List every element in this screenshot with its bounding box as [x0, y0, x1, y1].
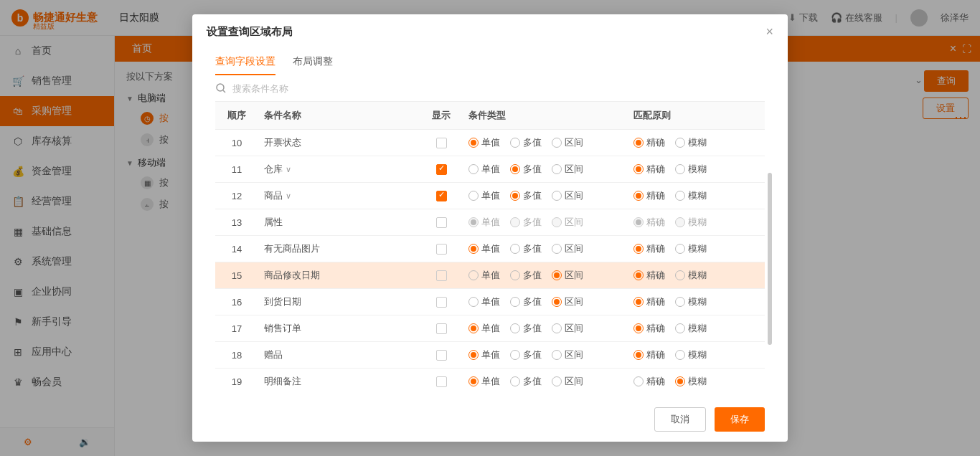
- show-checkbox[interactable]: [436, 323, 447, 334]
- row-match: 精确模糊: [628, 156, 765, 182]
- show-checkbox[interactable]: [436, 164, 447, 175]
- modal-tab-layout[interactable]: 布局调整: [293, 49, 333, 75]
- svg-line-1: [223, 90, 225, 92]
- row-name: 仓库∨: [258, 156, 420, 182]
- show-checkbox[interactable]: [436, 138, 447, 148]
- show-checkbox[interactable]: [436, 376, 447, 387]
- match-radio[interactable]: 模糊: [675, 163, 707, 176]
- table-row[interactable]: 19明细备注单值多值区间精确模糊: [215, 369, 765, 388]
- type-radio[interactable]: 多值: [510, 322, 542, 335]
- match-radio[interactable]: 精确: [633, 348, 665, 361]
- row-type: 单值多值区间: [463, 130, 628, 156]
- match-radio[interactable]: 精确: [633, 136, 665, 149]
- row-name: 到货日期: [258, 289, 420, 315]
- match-radio: 精确: [633, 216, 665, 229]
- type-radio[interactable]: 区间: [552, 322, 583, 335]
- type-radio[interactable]: 多值: [510, 242, 542, 255]
- search-input[interactable]: [232, 83, 765, 94]
- type-radio[interactable]: 区间: [552, 189, 583, 202]
- type-radio[interactable]: 多值: [510, 136, 542, 149]
- table-row[interactable]: 18赠品单值多值区间精确模糊: [215, 342, 765, 369]
- modal-search: [192, 75, 788, 101]
- save-button[interactable]: 保存: [715, 407, 765, 432]
- type-radio[interactable]: 多值: [510, 295, 542, 308]
- show-checkbox[interactable]: [436, 297, 447, 308]
- search-icon: [215, 82, 227, 94]
- table-row[interactable]: 16到货日期单值多值区间精确模糊: [215, 289, 765, 315]
- match-radio[interactable]: 精确: [633, 295, 665, 308]
- match-radio[interactable]: 精确: [633, 242, 665, 255]
- match-radio[interactable]: 模糊: [675, 348, 707, 361]
- type-radio[interactable]: 多值: [510, 163, 542, 176]
- match-radio[interactable]: 模糊: [675, 375, 707, 388]
- show-checkbox[interactable]: [436, 350, 447, 361]
- match-radio[interactable]: 精确: [633, 269, 665, 282]
- table-row[interactable]: 13属性单值多值区间精确模糊: [215, 209, 765, 236]
- match-radio[interactable]: 精确: [633, 375, 665, 388]
- type-radio[interactable]: 单值: [468, 269, 500, 282]
- row-show: [420, 157, 463, 181]
- type-radio[interactable]: 多值: [510, 189, 542, 202]
- type-radio[interactable]: 多值: [510, 375, 542, 388]
- table-row[interactable]: 10开票状态单值多值区间精确模糊: [215, 130, 765, 156]
- type-radio[interactable]: 区间: [552, 269, 583, 282]
- type-radio[interactable]: 多值: [510, 269, 542, 282]
- match-radio[interactable]: 精确: [633, 189, 665, 202]
- table-row[interactable]: 12商品∨单值多值区间精确模糊: [215, 183, 765, 209]
- row-name: 有无商品图片: [258, 236, 420, 262]
- type-radio[interactable]: 区间: [552, 348, 583, 361]
- row-order: 12: [215, 184, 258, 208]
- type-radio[interactable]: 区间: [552, 136, 583, 149]
- modal-tabs: 查询字段设置 布局调整: [192, 49, 788, 75]
- type-radio[interactable]: 区间: [552, 375, 583, 388]
- table-row[interactable]: 14有无商品图片单值多值区间精确模糊: [215, 236, 765, 262]
- close-icon[interactable]: ×: [765, 24, 773, 39]
- match-radio[interactable]: 模糊: [675, 242, 707, 255]
- match-radio[interactable]: 精确: [633, 163, 665, 176]
- type-radio[interactable]: 单值: [468, 163, 500, 176]
- table-row[interactable]: 17销售订单单值多值区间精确模糊: [215, 315, 765, 342]
- scrollbar[interactable]: [768, 130, 772, 397]
- match-radio[interactable]: 模糊: [675, 322, 707, 335]
- type-radio[interactable]: 单值: [468, 295, 500, 308]
- match-radio[interactable]: 模糊: [675, 269, 707, 282]
- show-checkbox[interactable]: [436, 217, 447, 228]
- row-match: 精确模糊: [628, 209, 765, 235]
- match-radio[interactable]: 模糊: [675, 295, 707, 308]
- type-radio[interactable]: 区间: [552, 295, 583, 308]
- row-type: 单值多值区间: [463, 289, 628, 315]
- row-show: [420, 290, 463, 314]
- row-show: [420, 369, 463, 388]
- row-name: 销售订单: [258, 315, 420, 341]
- table-row[interactable]: 11仓库∨单值多值区间精确模糊: [215, 156, 765, 183]
- cancel-button[interactable]: 取消: [654, 407, 706, 432]
- type-radio[interactable]: 区间: [552, 163, 583, 176]
- type-radio[interactable]: 单值: [468, 242, 500, 255]
- type-radio[interactable]: 单值: [468, 136, 500, 149]
- type-radio[interactable]: 区间: [552, 242, 583, 255]
- show-checkbox[interactable]: [436, 270, 447, 281]
- row-show: [420, 184, 463, 208]
- type-radio[interactable]: 单值: [468, 189, 500, 202]
- row-order: 10: [215, 131, 258, 155]
- modal-tab-fields[interactable]: 查询字段设置: [215, 49, 275, 75]
- type-radio[interactable]: 多值: [510, 348, 542, 361]
- row-match: 精确模糊: [628, 130, 765, 156]
- match-radio[interactable]: 精确: [633, 322, 665, 335]
- match-radio[interactable]: 模糊: [675, 189, 707, 202]
- show-checkbox[interactable]: [436, 191, 447, 201]
- row-order: 16: [215, 290, 258, 314]
- row-show: [420, 237, 463, 261]
- row-type: 单值多值区间: [463, 369, 628, 388]
- modal: 设置查询区域布局 × 查询字段设置 布局调整 顺序 条件名称 显示 条件类型: [192, 14, 788, 442]
- chevron-down-icon[interactable]: ∨: [286, 165, 291, 174]
- type-radio[interactable]: 单值: [468, 322, 500, 335]
- chevron-down-icon[interactable]: ∨: [286, 191, 291, 200]
- row-show: [420, 210, 463, 234]
- type-radio[interactable]: 单值: [468, 375, 500, 388]
- match-radio[interactable]: 模糊: [675, 136, 707, 149]
- row-show: [420, 316, 463, 341]
- show-checkbox[interactable]: [436, 244, 447, 255]
- table-row[interactable]: 15商品修改日期单值多值区间精确模糊: [215, 262, 765, 289]
- type-radio[interactable]: 单值: [468, 348, 500, 361]
